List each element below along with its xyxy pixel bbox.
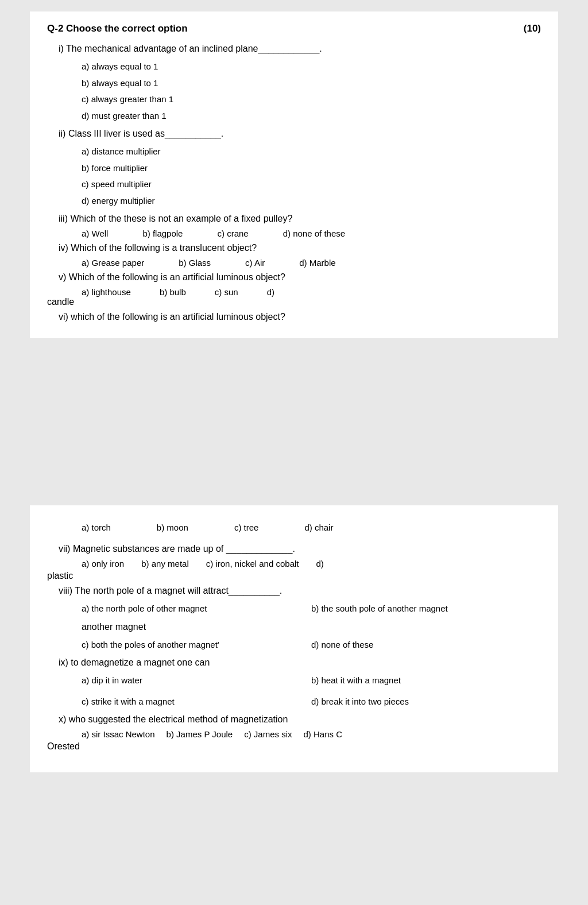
list-item: c) James six <box>244 729 292 739</box>
question-vii-options: a) only iron b) any metal c) iron, nicke… <box>82 559 541 568</box>
question-iv-text: iv) Which of the following is a transluc… <box>59 243 541 253</box>
question-header: Q-2 Choose the correct option (10) <box>47 23 541 34</box>
question-ix: ix) to demagnetize a magnet one can a) d… <box>47 658 541 710</box>
list-item: b) heat it with a magnet <box>311 672 541 689</box>
question-i-options: a) always equal to 1 b) always equal to … <box>82 59 541 124</box>
question-ix-options-1: a) dip it in water b) heat it with a mag… <box>82 672 541 689</box>
list-item: d) Hans C <box>304 729 343 739</box>
list-item: b) Glass <box>179 258 211 268</box>
list-item: c) tree <box>234 523 259 532</box>
list-item: a) sir Issac Newton <box>82 729 155 739</box>
list-item: d) break it into two pieces <box>311 694 541 710</box>
question-viii: viii) The north pole of a magnet will at… <box>47 586 541 653</box>
list-item: c) iron, nickel and cobalt <box>206 559 299 568</box>
list-item: a) Well <box>82 229 108 238</box>
question-iv-options: a) Grease paper b) Glass c) Air d) Marbl… <box>82 258 541 268</box>
question-v-text: v) Which of the following is an artifici… <box>59 272 541 283</box>
list-item: b) any metal <box>141 559 189 568</box>
question-vii: vii) Magnetic substances are made up of … <box>47 544 541 581</box>
question-vi-text: vi) which of the following is an artific… <box>59 312 541 322</box>
list-item: b) flagpole <box>142 229 183 238</box>
question-iii-options: a) Well b) flagpole c) crane d) none of … <box>82 229 541 238</box>
list-item: d) <box>316 559 324 568</box>
question-vii-text: vii) Magnetic substances are made up of … <box>59 544 541 554</box>
list-item: b) James P Joule <box>167 729 233 739</box>
question-iii: iii) Which of the these is not an exampl… <box>47 214 541 238</box>
list-item: a) dip it in water <box>82 672 311 689</box>
list-item: a) torch <box>82 523 111 532</box>
question-viii-options-2: c) both the poles of another magnet' d) … <box>82 637 541 653</box>
question-ii-options: a) distance multiplier b) force multipli… <box>82 144 541 209</box>
list-item: d) none of these <box>283 229 345 238</box>
question-i: i) The mechanical advantage of an inclin… <box>47 44 541 124</box>
list-item: a) lighthouse <box>82 287 131 297</box>
list-item: d) energy multiplier <box>82 193 541 210</box>
list-item: b) moon <box>157 523 188 532</box>
question-x: x) who suggested the electrical method o… <box>47 714 541 752</box>
vi-options: a) torch b) moon c) tree d) chair <box>82 523 541 532</box>
list-item: a) Grease paper <box>82 258 144 268</box>
question-viii-text: viii) The north pole of a magnet will at… <box>59 586 541 596</box>
list-item: d) must greater than 1 <box>82 108 541 125</box>
list-item: a) always equal to 1 <box>82 59 541 75</box>
question-iii-text: iii) Which of the these is not an exampl… <box>59 214 541 224</box>
list-item: c) crane <box>217 229 248 238</box>
list-item: c) always greater than 1 <box>82 91 541 108</box>
question-i-text: i) The mechanical advantage of an inclin… <box>59 44 541 54</box>
list-item: c) strike it with a magnet <box>82 694 311 710</box>
list-item: a) the north pole of other magnet <box>82 601 311 617</box>
question-x-text: x) who suggested the electrical method o… <box>59 714 541 725</box>
list-item: a) distance multiplier <box>82 144 541 160</box>
list-item: b) bulb <box>160 287 186 297</box>
question-iv: iv) Which of the following is a transluc… <box>47 243 541 268</box>
question-vii-overflow: plastic <box>47 571 541 581</box>
question-x-overflow: Orested <box>47 741 541 752</box>
list-item: b) always equal to 1 <box>82 75 541 92</box>
question-ix-options-2: c) strike it with a magnet d) break it i… <box>82 694 541 710</box>
list-item: a) only iron <box>82 559 124 568</box>
question-v: v) Which of the following is an artifici… <box>47 272 541 307</box>
list-item: d) chair <box>304 523 333 532</box>
list-item: c) Air <box>245 258 265 268</box>
vi-options-row: a) torch b) moon c) tree d) chair <box>47 523 541 532</box>
question-viii-options: a) the north pole of other magnet b) the… <box>82 601 541 617</box>
question-number: Q-2 Choose the correct option <box>47 23 188 34</box>
question-vi: vi) which of the following is an artific… <box>47 312 541 322</box>
list-item: c) both the poles of another magnet' <box>82 637 311 653</box>
list-item: c) speed multiplier <box>82 176 541 193</box>
list-item: b) force multiplier <box>82 160 541 177</box>
question-x-options: a) sir Issac Newton b) James P Joule c) … <box>82 729 541 739</box>
list-item: b) the south pole of another magnet <box>311 601 541 617</box>
question-ix-text: ix) to demagnetize a magnet one can <box>59 658 541 668</box>
question-ii: ii) Class III liver is used as__________… <box>47 129 541 209</box>
list-item: d) none of these <box>311 637 541 653</box>
another-magnet: another magnet <box>82 622 541 632</box>
list-item: c) sun <box>215 287 238 297</box>
list-item: d) <box>267 287 274 297</box>
question-ii-text: ii) Class III liver is used as__________… <box>59 129 541 139</box>
candle-word: candle <box>47 297 541 307</box>
question-v-options: a) lighthouse b) bulb c) sun d) <box>82 287 541 297</box>
list-item: d) Marble <box>299 258 335 268</box>
marks: (10) <box>524 23 541 34</box>
